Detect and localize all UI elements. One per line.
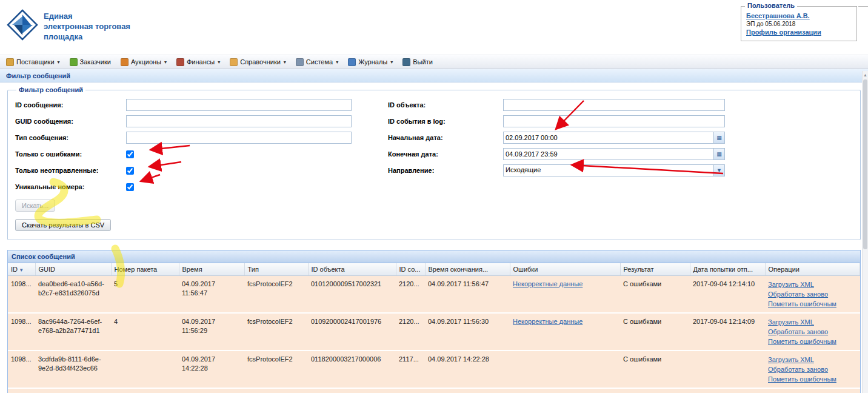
cell-operations: Загрузить XMLОбработать зановоПометить о… (765, 388, 860, 393)
calendar-icon[interactable]: ▦ (714, 148, 725, 160)
column-header[interactable]: ID со... (396, 263, 425, 276)
column-header[interactable]: ID объекта (308, 263, 396, 276)
header: Единая электронная торговая площадка Пол… (0, 0, 868, 55)
table-row[interactable]: 1098...dea0bed6-ea10-a56d-b2c7-e831d3260… (8, 276, 860, 314)
messages-list-panel: Список сообщений ID ▼GUIDНомер пакетаВре… (7, 250, 861, 393)
menu-item-system[interactable]: Система ▾ (296, 58, 338, 66)
org-profile-link[interactable]: Профиль организации (746, 29, 852, 36)
sort-desc-icon: ▼ (18, 267, 24, 273)
column-header[interactable]: Операции (765, 263, 860, 276)
error-details-link[interactable]: Некорректные данные (513, 318, 583, 325)
scroll-up-icon[interactable]: ▲ (863, 71, 868, 78)
end-date-input[interactable] (503, 148, 714, 160)
vertical-scrollbar[interactable]: ▲ (862, 71, 868, 393)
divider (858, 6, 868, 7)
download-csv-button[interactable]: Скачать результаты в CSV (15, 219, 111, 231)
cell-end_time: 04.09.2017 11:56:47 (425, 276, 510, 314)
menu-item-label: Заказчики (80, 58, 111, 66)
log-event-id-input[interactable] (503, 115, 725, 127)
message-id-input[interactable] (126, 99, 352, 111)
chevron-down-icon: ▾ (284, 59, 286, 65)
messages-table: ID ▼GUIDНомер пакетаВремяТипID объектаID… (8, 263, 860, 393)
brand-line: площадка (44, 32, 130, 42)
table-row[interactable]: 1098...98ad378b-9895-98c7-3e5f-7d21b44f2… (8, 388, 860, 393)
exit-icon (402, 58, 410, 66)
column-header[interactable]: Дата попытки отп... (690, 263, 765, 276)
customers-icon (70, 58, 78, 66)
filter-panel: Фильтр сообщений ID сообщения: GUID сооб… (7, 86, 861, 240)
menu-item-logout[interactable]: Выйти (402, 58, 433, 66)
table-row[interactable]: 1098...3cdfda9b-8111-6d6e-9e2d-8d34f423e… (8, 351, 860, 388)
operation-link[interactable]: Пометить ошибочным (768, 374, 857, 384)
operation-link[interactable]: Обработать заново (768, 289, 857, 299)
operation-link[interactable]: Обработать заново (768, 364, 857, 374)
finance-icon (176, 58, 184, 66)
main-menu: Поставщики ▾ Заказчики Аукционы ▾ Финанс… (0, 55, 868, 69)
error-details-link[interactable]: Некорректные данные (513, 280, 583, 287)
chevron-down-icon[interactable]: ▼ (714, 164, 725, 176)
column-header[interactable]: Результат (620, 263, 690, 276)
column-header-label: Время (182, 266, 202, 273)
calendar-icon[interactable]: ▦ (714, 132, 725, 144)
cell-id: 1098... (8, 388, 35, 393)
column-header-label: Тип (248, 266, 259, 273)
object-id-input[interactable] (503, 99, 725, 111)
menu-item-references[interactable]: Справочники ▾ (230, 58, 286, 66)
column-header[interactable]: Тип (244, 263, 308, 276)
operation-link[interactable]: Загрузить XML (768, 280, 857, 289)
unique-numbers-checkbox[interactable] (126, 183, 134, 191)
menu-item-finance[interactable]: Финансы ▾ (176, 58, 220, 66)
column-header[interactable]: Время (179, 263, 244, 276)
operation-link[interactable]: Пометить ошибочным (768, 299, 857, 309)
message-type-input[interactable] (126, 132, 352, 144)
menu-item-label: Справочники (240, 58, 281, 66)
column-header[interactable]: Время окончания... (425, 263, 510, 276)
cell-operations: Загрузить XMLОбработать зановоПометить о… (765, 351, 860, 388)
cell-type: fcsProtocolEF2 (244, 351, 308, 388)
cell-id: 1098... (8, 351, 35, 388)
column-header[interactable]: Номер пакета (111, 263, 179, 276)
messages-header-row: ID ▼GUIDНомер пакетаВремяТипID объектаID… (8, 263, 860, 276)
cell-guid: 3cdfda9b-8111-6d6e-9e2d-8d34f423ec66 (35, 351, 111, 388)
errors-only-label: Только с ошибками: (15, 150, 126, 158)
object-id-label: ID объекта: (388, 101, 503, 109)
direction-select[interactable]: Исходящие (503, 164, 714, 176)
cell-object_id: 0148300048217000795 (308, 388, 396, 393)
search-button[interactable]: Искать... (15, 200, 55, 212)
brand-line: Единая (44, 11, 130, 21)
cell-attempt_date (690, 351, 765, 388)
menu-item-suppliers[interactable]: Поставщики ▾ (6, 58, 60, 66)
cell-errors: Некорректные данные (510, 276, 620, 314)
column-header[interactable]: ID ▼ (8, 263, 35, 276)
cell-id: 1098... (8, 276, 35, 314)
table-row[interactable]: 1098...8ac9644a-7264-e6ef-e768-a2b2a7747… (8, 313, 860, 351)
menu-item-auctions[interactable]: Аукционы ▾ (121, 58, 167, 66)
menu-item-customers[interactable]: Заказчики (70, 58, 111, 66)
cell-errors (510, 351, 620, 388)
column-header-label: ID (11, 266, 18, 273)
message-guid-label: GUID сообщения: (15, 118, 126, 125)
cell-attempt_date: 2017-09-04 12:14:10 (690, 276, 765, 314)
messages-list-title: Список сообщений (8, 250, 860, 263)
message-guid-input[interactable] (126, 115, 352, 127)
operation-link[interactable]: Загрузить XML (768, 317, 857, 327)
start-date-input[interactable] (503, 132, 714, 144)
unsent-only-checkbox[interactable] (126, 167, 134, 175)
user-name-link[interactable]: Бесстрашнова А.В. (746, 12, 852, 19)
log-event-id-label: ID события в log: (388, 118, 503, 125)
cell-event_id: 2092... (396, 388, 425, 393)
logo[interactable] (6, 8, 39, 42)
cell-time: 04.09.2017 23:54:49 (179, 388, 244, 393)
operation-link[interactable]: Обработать заново (768, 327, 857, 337)
errors-only-checkbox[interactable] (126, 150, 134, 158)
menu-item-journals[interactable]: Журналы ▾ (348, 58, 393, 66)
column-header[interactable]: GUID (35, 263, 111, 276)
operation-link[interactable]: Загрузить XML (768, 355, 857, 364)
column-header[interactable]: Ошибки (510, 263, 620, 276)
chevron-down-icon: ▾ (58, 59, 60, 65)
brand-line: электронная торговая (44, 21, 130, 32)
user-panel: Пользователь Бесстрашнова А.В. ЭП до 05.… (741, 6, 857, 41)
cell-errors: Некорректные данные (510, 313, 620, 351)
operation-link[interactable]: Пометить ошибочным (768, 337, 857, 346)
scrollbar-thumb[interactable] (863, 79, 867, 249)
